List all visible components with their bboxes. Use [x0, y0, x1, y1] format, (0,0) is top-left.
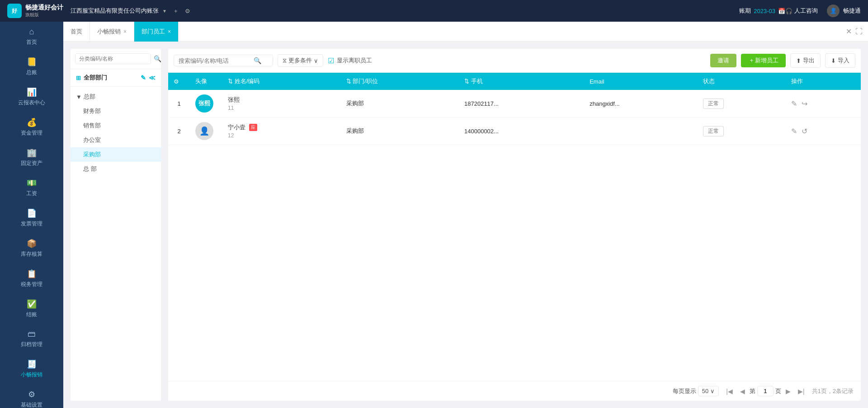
- row2-actions: ✎ ↺: [786, 117, 861, 145]
- archive-icon: 🗃: [28, 329, 36, 339]
- dept-header: ⊞ 全部部门 ✎ ≪: [71, 69, 161, 87]
- per-page-dropdown[interactable]: 50 ∨: [698, 386, 719, 396]
- sidebar-item-checkout[interactable]: ✅ 结账: [0, 294, 63, 324]
- th-dept-post[interactable]: ⇅ 部门/职位: [341, 73, 459, 90]
- sidebar-item-asset[interactable]: 🏢 固定资产: [0, 142, 63, 173]
- sidebar-item-ledger[interactable]: 📒 总账: [0, 52, 63, 82]
- dept-search-icon[interactable]: 🔍: [154, 55, 161, 62]
- dept-tree: ▼ 总部 财务部 销售部 办公室 采购部: [71, 87, 161, 179]
- import-icon: ⬇: [831, 57, 836, 64]
- sidebar-item-inventory[interactable]: 📦 库存核算: [0, 233, 63, 263]
- top-bar-actions: 🎧 人工咨询 👤 畅捷通: [785, 5, 861, 17]
- sidebar-item-invoice[interactable]: 📄 发票管理: [0, 203, 63, 233]
- dept-edit-btn[interactable]: ✎: [141, 74, 146, 81]
- search-icon[interactable]: 🔍: [254, 57, 261, 64]
- sort-icon: ⇅: [228, 78, 235, 84]
- th-avatar: 头像: [190, 73, 222, 90]
- maximize-tab-btn[interactable]: ⛶: [855, 28, 863, 36]
- row1-dept: 采购部: [341, 90, 459, 117]
- dept-tree-item-general[interactable]: 总 部: [71, 162, 161, 176]
- row1-mobile: 187202117...: [459, 90, 584, 117]
- sidebar-item-report[interactable]: 📊 云报表中心: [0, 82, 63, 112]
- sidebar-item-tax[interactable]: 📋 税务管理: [0, 263, 63, 294]
- dept-tree-item-sales[interactable]: 销售部: [71, 118, 161, 133]
- employee-code: 11: [228, 105, 335, 111]
- tab-close-dept[interactable]: ×: [168, 28, 171, 35]
- dept-tree-item-purchase[interactable]: 采购部: [71, 147, 161, 162]
- show-resigned-checkbox[interactable]: ☑ 显示离职员工: [328, 56, 372, 65]
- export-button[interactable]: ⬆ 导出: [790, 53, 821, 68]
- status-badge: 正常: [703, 98, 724, 109]
- logo-icon: 好: [7, 4, 22, 18]
- add-employee-button[interactable]: + 新增员工: [741, 54, 786, 67]
- period-section: 账期 2023-03 📅: [739, 7, 785, 15]
- salary-icon: 💵: [27, 178, 37, 188]
- sidebar-item-home[interactable]: ⌂ 首页: [0, 22, 63, 52]
- add-company-btn[interactable]: +: [174, 8, 178, 14]
- tab-dept[interactable]: 部门员工 ×: [134, 22, 179, 42]
- edit-icon[interactable]: ✎: [791, 99, 797, 108]
- asset-icon: 🏢: [27, 148, 37, 158]
- settings-btn[interactable]: ⚙: [185, 8, 190, 14]
- th-status: 状态: [698, 73, 785, 90]
- sidebar-item-fund[interactable]: 💰 资金管理: [0, 112, 63, 142]
- close-tab-btn[interactable]: ✕: [846, 27, 852, 36]
- sidebar-item-archive[interactable]: 🗃 归档管理: [0, 324, 63, 354]
- dept-tree-item-finance[interactable]: 财务部: [71, 104, 161, 118]
- sidebar-item-xiaozhang[interactable]: 🧾 小畅报销: [0, 354, 63, 384]
- refresh-icon[interactable]: ↺: [802, 127, 807, 136]
- support-button[interactable]: 🎧 人工咨询: [785, 7, 818, 15]
- edit-icon[interactable]: ✎: [791, 127, 797, 136]
- table-toolbar: 🔍 ⧖ 更多条件 ∨ ☑ 显示离职员工 邀请: [168, 49, 861, 73]
- row2-email: [584, 117, 698, 145]
- row2-index: 2: [168, 117, 190, 145]
- th-action: 操作: [786, 73, 861, 90]
- th-settings[interactable]: ⚙: [168, 73, 190, 90]
- filter-button[interactable]: ⧖ 更多条件 ∨: [278, 54, 323, 67]
- dept-tree-item-head[interactable]: ▼ 总部: [71, 89, 161, 104]
- dept-tree-item-office[interactable]: 办公室: [71, 133, 161, 147]
- table-row: 1 张熙 张熙 11: [168, 90, 861, 117]
- logo-area: 好 畅捷通好会计 旗舰版: [7, 4, 71, 18]
- dept-grid-icon: ⊞: [76, 75, 81, 81]
- row2-status: 正常: [698, 117, 785, 145]
- employee-name: 宁小壹: [228, 123, 245, 131]
- status-badge: 正常: [703, 126, 724, 136]
- tab-close-xiaozhang[interactable]: ×: [123, 28, 127, 35]
- tab-home[interactable]: 首页: [63, 22, 90, 42]
- calendar-icon[interactable]: 📅: [778, 8, 785, 14]
- dept-collapse-btn[interactable]: ≪: [149, 74, 156, 81]
- headset-icon: 🎧: [785, 8, 793, 14]
- next-page-btn[interactable]: ▶: [783, 387, 793, 396]
- sort-icon: ⇅: [346, 78, 353, 84]
- tax-icon: 📋: [27, 269, 37, 279]
- avatar: 张熙: [195, 94, 213, 113]
- th-mobile[interactable]: ⇅ 手机: [459, 73, 584, 90]
- sidebar-item-salary[interactable]: 💵 工资: [0, 173, 63, 203]
- company-selector[interactable]: 江西服宝精品有限责任公司内账张 ▼ + ⚙: [71, 7, 739, 15]
- tab-xiaozhang[interactable]: 小畅报销 ×: [90, 22, 134, 42]
- user-area[interactable]: 👤 畅捷通: [827, 5, 861, 17]
- page-input[interactable]: [757, 386, 774, 396]
- dept-search-input[interactable]: [75, 53, 151, 64]
- table-container: ⚙ 头像 ⇅ 姓名/编码 ⇅: [168, 73, 861, 381]
- last-page-btn[interactable]: ▶|: [795, 387, 807, 396]
- table-panel: 🔍 ⧖ 更多条件 ∨ ☑ 显示离职员工 邀请: [168, 49, 861, 401]
- logout-icon[interactable]: ↪: [802, 99, 807, 108]
- tab-bar: 首页 小畅报销 × 部门员工 × ✕ ⛶: [63, 22, 868, 42]
- invite-button[interactable]: 邀请: [710, 54, 736, 67]
- dept-panel: 🔍 ⊞ 全部部门 ✎ ≪ ▼ 总部 财务部: [71, 49, 161, 401]
- page-content: 🔍 ⊞ 全部部门 ✎ ≪ ▼ 总部 财务部: [63, 42, 868, 408]
- import-button[interactable]: ⬇ 导入: [825, 53, 855, 68]
- user-name: 畅捷通: [843, 7, 861, 15]
- search-input[interactable]: [179, 57, 251, 64]
- th-name-code[interactable]: ⇅ 姓名/编码: [222, 73, 341, 90]
- sidebar-item-settings[interactable]: ⚙ 基础设置: [0, 384, 63, 408]
- page-unit: 页: [775, 387, 781, 395]
- report-icon: 📊: [27, 87, 37, 97]
- first-page-btn[interactable]: |◀: [723, 387, 736, 396]
- sidebar: ⌂ 首页 📒 总账 📊 云报表中心 💰 资金管理 🏢 固定资产 💵 工资 📄 发…: [0, 22, 63, 408]
- prev-page-btn[interactable]: ◀: [737, 387, 748, 396]
- period-value: 2023-03: [754, 8, 775, 14]
- app-name: 畅捷通好会计: [25, 4, 63, 12]
